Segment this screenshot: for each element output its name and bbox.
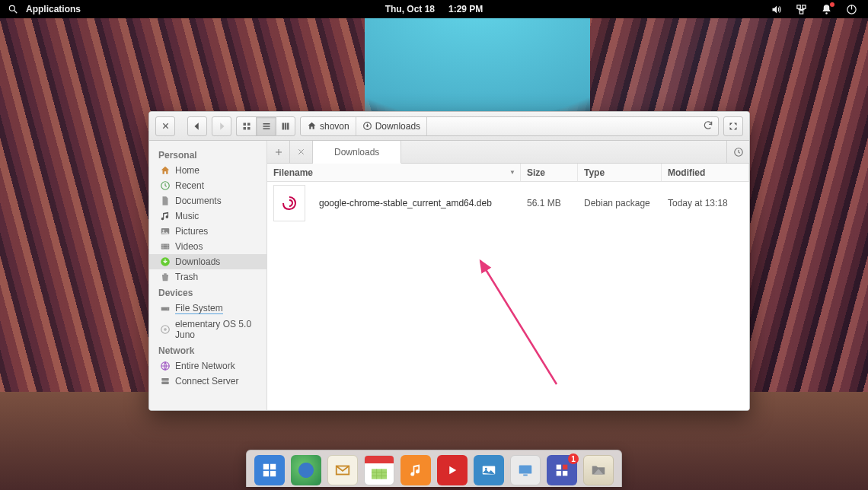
path-current-label: Downloads [375,121,420,132]
sidebar-item-label: Documents [175,196,222,206]
sidebar-item-label: Videos [175,241,203,252]
sidebar-item-videos[interactable]: Videos [149,239,266,254]
file-type: Debian package [578,198,662,208]
path-current[interactable]: Downloads [356,117,427,135]
close-button[interactable] [155,116,175,136]
dock-mail[interactable] [327,455,358,485]
dock: 1 [246,450,622,487]
sidebar-item-label: Trash [175,272,198,282]
notifications-icon[interactable] [821,4,832,15]
svg-rect-14 [263,123,270,125]
sidebar-item-documents[interactable]: Documents [149,193,266,208]
sidebar-item-pictures[interactable]: Pictures [149,224,266,239]
back-button[interactable] [187,116,207,136]
file-row[interactable]: google-chrome-stable_current_amd64.deb 5… [267,182,749,224]
file-list: google-chrome-stable_current_amd64.deb 5… [267,182,749,410]
sidebar-item-iso[interactable]: elementary OS 5.0 Juno [149,317,266,342]
column-label: Size [527,167,545,178]
applications-menu[interactable]: Applications [26,4,81,14]
sound-icon[interactable] [771,4,782,15]
dock-screenshot[interactable] [510,455,541,485]
dock-videos[interactable] [437,455,468,485]
tab-downloads[interactable]: Downloads [313,141,401,164]
sidebar-item-trash[interactable]: Trash [149,269,266,285]
file-name: google-chrome-stable_current_amd64.deb [311,198,521,208]
new-tab-button[interactable] [267,141,290,163]
close-tab-button[interactable] [290,141,313,163]
column-size[interactable]: Size [521,164,578,181]
sidebar-item-label: Pictures [175,226,208,237]
sidebar-item-label: Home [175,165,199,176]
dock-appcenter[interactable]: 1 [547,455,577,485]
globe-icon [160,361,171,371]
column-view-button[interactable] [276,116,295,136]
svg-rect-40 [270,464,276,469]
dock-multitasking[interactable] [254,455,285,485]
sidebar-item-network[interactable]: Entire Network [149,358,266,374]
refresh-button[interactable] [703,119,713,132]
column-label: Modified [668,167,705,178]
svg-point-0 [9,5,14,11]
list-view-button[interactable] [256,116,276,136]
svg-rect-45 [372,469,387,479]
svg-line-1 [14,11,18,14]
history-button[interactable] [726,141,749,163]
svg-rect-57 [563,471,567,476]
column-filename[interactable]: Filename▼ [267,164,521,181]
clock-icon [160,180,171,191]
svg-rect-24 [161,244,170,250]
svg-rect-56 [557,471,561,476]
sidebar-item-filesystem[interactable]: File System [149,301,266,317]
column-label: Type [584,167,605,178]
path-bar[interactable]: shovon Downloads [300,116,719,136]
svg-rect-42 [270,471,276,476]
path-home[interactable]: shovon [301,117,356,135]
svg-point-23 [163,230,164,231]
sidebar-item-label: Recent [175,180,204,191]
svg-rect-31 [161,378,168,381]
dock-calendar[interactable] [364,455,394,485]
panel-time[interactable]: 1:29 PM [448,4,483,14]
drive-icon [160,304,171,314]
sidebar-item-music[interactable]: Music [149,208,266,224]
sidebar-item-recent[interactable]: Recent [149,178,266,193]
network-icon[interactable] [796,4,807,15]
svg-rect-19 [287,123,289,129]
column-label: Filename [273,167,313,178]
maximize-button[interactable] [723,116,743,136]
forward-button[interactable] [212,116,231,136]
svg-rect-13 [247,127,251,130]
svg-rect-53 [523,475,528,476]
sidebar-item-home[interactable]: Home [149,163,266,178]
sidebar-item-connect-server[interactable]: Connect Server [149,374,266,389]
column-type[interactable]: Type [578,164,662,181]
svg-rect-18 [285,123,287,129]
dock-photos[interactable] [474,455,504,485]
dock-files[interactable] [583,455,614,485]
svg-rect-11 [247,123,251,126]
icon-view-button[interactable] [236,116,256,136]
badge: 1 [568,453,579,464]
sidebar-item-label: elementary OS 5.0 Juno [175,319,257,340]
svg-rect-54 [557,465,561,469]
dock-browser[interactable] [291,455,321,485]
sidebar-item-label: Connect Server [175,376,238,387]
dock-music[interactable] [400,455,431,485]
svg-point-28 [161,326,170,334]
column-modified[interactable]: Modified [662,164,749,181]
search-icon[interactable] [8,4,18,14]
svg-rect-52 [519,466,532,474]
toolbar: shovon Downloads [149,112,749,141]
sidebar-item-downloads[interactable]: Downloads [149,254,266,269]
debian-swirl-icon [280,194,298,212]
sidebar-item-label: Downloads [175,256,220,267]
main-content: Downloads Filename▼ Size Type Modified g… [267,141,749,410]
svg-rect-39 [263,464,269,469]
view-mode-group [236,116,295,136]
disc-icon [160,324,171,335]
column-headers: Filename▼ Size Type Modified [267,164,749,182]
power-icon[interactable] [846,4,857,15]
sidebar-item-label: Entire Network [175,361,235,371]
panel-date[interactable]: Thu, Oct 18 [385,4,435,14]
sidebar-header-devices: Devices [149,285,266,301]
